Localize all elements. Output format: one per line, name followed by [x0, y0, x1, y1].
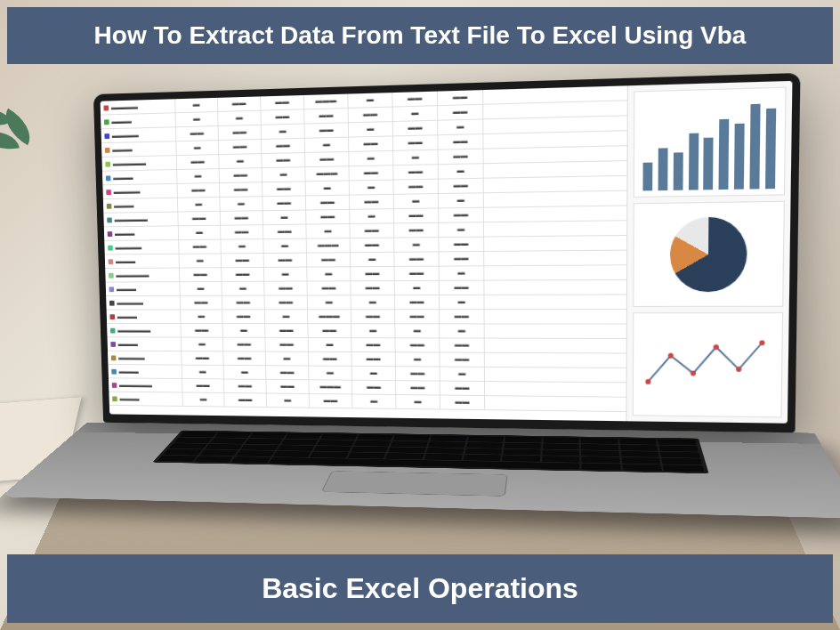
charts-panel	[626, 81, 792, 424]
subtitle-text: Basic Excel Operations	[262, 572, 578, 604]
line-chart-icon	[633, 312, 783, 417]
svg-point-2	[691, 371, 696, 376]
laptop-keyboard-deck	[1, 423, 840, 519]
photo-scene: ▬▬▬▬▬▬▬▬▬▬▬▬▬▬▬▬▬ ▬▬▬▬▬▬▬▬▬▬▬▬▬▬ ▬▬▬▬▬▬▬…	[0, 0, 840, 630]
laptop-screen-bezel: ▬▬▬▬▬▬▬▬▬▬▬▬▬▬▬▬▬ ▬▬▬▬▬▬▬▬▬▬▬▬▬▬ ▬▬▬▬▬▬▬…	[93, 73, 801, 432]
bar-chart-icon	[634, 87, 787, 198]
plant-decoration	[0, 107, 44, 160]
pie-chart-icon	[633, 200, 785, 307]
keyboard-keys	[152, 431, 708, 474]
trackpad	[321, 471, 508, 497]
laptop: ▬▬▬▬▬▬▬▬▬▬▬▬▬▬▬▬▬ ▬▬▬▬▬▬▬▬▬▬▬▬▬▬ ▬▬▬▬▬▬▬…	[101, 80, 796, 621]
spreadsheet-area: ▬▬▬▬▬▬▬▬▬▬▬▬▬▬▬▬▬ ▬▬▬▬▬▬▬▬▬▬▬▬▬▬ ▬▬▬▬▬▬▬…	[101, 85, 627, 421]
svg-point-3	[714, 344, 719, 350]
subtitle-banner: Basic Excel Operations	[7, 554, 833, 623]
laptop-screen: ▬▬▬▬▬▬▬▬▬▬▬▬▬▬▬▬▬ ▬▬▬▬▬▬▬▬▬▬▬▬▬▬ ▬▬▬▬▬▬▬…	[101, 81, 793, 424]
svg-point-0	[645, 379, 650, 384]
title-banner: How To Extract Data From Text File To Ex…	[7, 7, 833, 64]
title-text: How To Extract Data From Text File To Ex…	[94, 21, 747, 49]
svg-point-5	[759, 341, 764, 346]
svg-point-1	[668, 353, 674, 359]
